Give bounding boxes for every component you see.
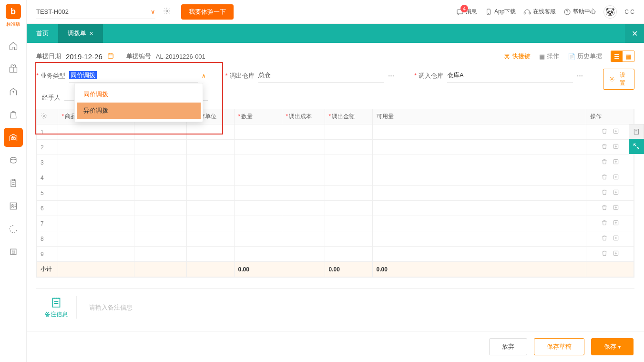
col-outcost-header: 调出成本 [282, 109, 325, 124]
row-delete-icon[interactable] [601, 235, 608, 243]
row-delete-icon[interactable] [601, 219, 608, 228]
col-outamount-header: 调出金额 [325, 109, 372, 124]
row-add-icon[interactable] [613, 189, 619, 197]
svg-rect-30 [634, 129, 638, 134]
nav-contact-icon[interactable] [4, 197, 23, 216]
view-grid-icon[interactable]: ▦ [623, 51, 634, 62]
row-add-icon[interactable] [613, 250, 619, 258]
row-delete-icon[interactable] [601, 158, 608, 166]
svg-rect-29 [52, 298, 60, 307]
settings-button[interactable]: 设置 [603, 69, 634, 90]
view-mode-toggle: ☰ ▦ [611, 51, 634, 62]
nav-loading-icon[interactable] [4, 219, 23, 238]
chevron-down-icon: ∨ [151, 8, 155, 15]
row-index: 2 [37, 140, 58, 155]
table-row[interactable]: 3 [37, 155, 634, 170]
row-delete-icon[interactable] [601, 174, 608, 182]
help-center-link[interactable]: 帮助中心 [563, 8, 596, 16]
view-list-icon[interactable]: ☰ [611, 51, 623, 62]
shortcut-link[interactable]: ⌘ 快捷键 [504, 52, 531, 61]
nav-money-icon[interactable] [4, 151, 23, 170]
table-row[interactable]: 8 [37, 231, 634, 247]
svg-point-7 [11, 205, 13, 206]
float-expand-icon[interactable] [629, 139, 644, 154]
org-settings-icon[interactable] [163, 7, 171, 16]
doc-date-value[interactable]: 2019-12-26 [66, 52, 102, 61]
try-experience-button[interactable]: 我要体验一下 [181, 4, 234, 20]
user-avatar[interactable]: 🐼 [603, 5, 617, 19]
left-sidebar: b 标准版 新 [0, 0, 27, 362]
table-row[interactable]: 7 [37, 216, 634, 231]
row-add-icon[interactable] [613, 219, 619, 228]
row-delete-icon[interactable] [601, 204, 608, 212]
nav-house-up-icon[interactable] [4, 82, 23, 101]
svg-point-18 [612, 79, 613, 80]
out-wh-input[interactable]: 总仓 [258, 69, 384, 83]
row-add-icon[interactable] [613, 128, 619, 136]
biz-type-input[interactable]: 同价调拨 [69, 69, 198, 83]
nav-home-icon[interactable] [4, 36, 23, 55]
user-name[interactable]: C C [624, 9, 634, 15]
row-delete-icon[interactable] [601, 189, 608, 197]
col-available-header: 可用量 [372, 109, 586, 124]
table-row[interactable]: 1 [37, 124, 634, 140]
app-download-label: App下载 [494, 8, 516, 16]
in-wh-input[interactable]: 仓库A [447, 69, 573, 83]
tab-transfer-order[interactable]: 调拨单 ✕ [58, 24, 103, 43]
tab-close-icon[interactable]: ✕ [89, 31, 93, 37]
table-row[interactable]: 5 [37, 186, 634, 201]
top-bar: TEST-H002 ∨ 我要体验一下 4 消息 App下载 在线客服 [27, 0, 644, 24]
chevron-up-icon[interactable]: ∧ [202, 72, 206, 79]
svg-text:新: 新 [11, 250, 15, 254]
abandon-button[interactable]: 放弃 [489, 338, 527, 355]
calendar-icon[interactable] [107, 52, 114, 61]
row-delete-icon[interactable] [601, 250, 608, 258]
table-row[interactable]: 9 [37, 247, 634, 262]
messages-link[interactable]: 4 消息 [456, 8, 477, 16]
float-note-icon[interactable] [629, 124, 644, 139]
svg-rect-17 [108, 53, 113, 58]
out-wh-picker-icon[interactable]: ⋯ [388, 72, 395, 79]
online-service-label: 在线客服 [533, 8, 556, 16]
nav-bag-icon[interactable] [4, 105, 23, 124]
org-selector[interactable]: TEST-H002 ∨ [36, 5, 155, 19]
items-table: 商品扫码录入 规格型号 库存单位 数量 调出成本 调出金额 可用量 操作 123… [36, 109, 634, 278]
table-row[interactable]: 2 [37, 140, 634, 155]
row-add-icon[interactable] [613, 158, 619, 166]
remark-input[interactable] [86, 301, 634, 314]
table-row[interactable]: 6 [37, 201, 634, 216]
in-wh-picker-icon[interactable]: ⋯ [577, 72, 584, 79]
footer-actions: 放弃 保存草稿 保存 ▾ [27, 331, 644, 362]
online-service-link[interactable]: 在线客服 [523, 8, 556, 16]
col-settings-header[interactable] [37, 109, 58, 124]
nav-clipboard-icon[interactable] [4, 174, 23, 193]
operate-link[interactable]: ▦ 操作 [539, 52, 559, 61]
tab-bar: 首页 调拨单 ✕ ✕ [27, 24, 644, 43]
row-add-icon[interactable] [613, 174, 619, 182]
save-draft-button[interactable]: 保存草稿 [534, 338, 584, 355]
table-row[interactable]: 4 [37, 170, 634, 186]
dropdown-option-diff-price[interactable]: 异价调拨 [77, 103, 201, 119]
biz-type-label: 业务类型 [36, 72, 65, 80]
app-download-link[interactable]: App下载 [485, 8, 516, 16]
tabs-close-all-icon[interactable]: ✕ [625, 24, 644, 43]
row-add-icon[interactable] [613, 235, 619, 243]
nav-gift-icon[interactable] [4, 59, 23, 78]
row-add-icon[interactable] [613, 204, 619, 212]
nav-warehouse-icon[interactable] [4, 128, 23, 147]
save-button[interactable]: 保存 ▾ [591, 338, 634, 355]
svg-point-13 [488, 13, 489, 14]
doc-date-label: 单据日期 [36, 52, 61, 61]
brand-logo: b [6, 4, 21, 19]
dropdown-option-same-price[interactable]: 同价调拨 [77, 86, 201, 103]
row-index: 5 [37, 186, 58, 201]
nav-new-icon[interactable]: 新 [4, 242, 23, 261]
content-area: 单据日期 2019-12-26 单据编号 AL-20191226-001 ⌘ 快… [27, 43, 644, 331]
tab-home[interactable]: 首页 [27, 24, 58, 43]
org-name: TEST-H002 [36, 8, 69, 15]
row-delete-icon[interactable] [601, 143, 608, 151]
row-add-icon[interactable] [613, 143, 619, 151]
row-delete-icon[interactable] [601, 128, 608, 136]
history-link[interactable]: 📄 历史单据 [568, 52, 602, 61]
in-wh-label: 调入仓库 [414, 72, 443, 80]
